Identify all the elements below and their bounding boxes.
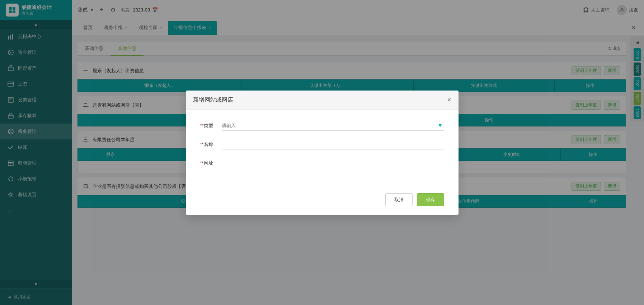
type-select-wrap: ▼ [222, 121, 444, 131]
type-input[interactable] [222, 121, 438, 130]
modal-header: 新增网站或网店 × [186, 91, 459, 110]
modal-body: **类型 ▼ **名称 **网址 [186, 110, 459, 188]
save-btn[interactable]: 保存 [417, 193, 444, 206]
cancel-btn[interactable]: 取消 [385, 193, 413, 206]
modal-close-btn[interactable]: × [447, 97, 451, 103]
modal-footer: 取消 保存 [186, 188, 459, 215]
label-type: **类型 [200, 123, 222, 129]
name-input[interactable] [222, 139, 444, 149]
form-group-name: **名称 [200, 139, 444, 149]
modal-add-website: 新增网站或网店 × **类型 ▼ **名称 [186, 91, 459, 215]
label-name: **名称 [200, 141, 222, 148]
form-group-url: **网址 [200, 158, 444, 168]
type-dropdown-icon[interactable]: ▼ [438, 123, 444, 128]
form-group-type: **类型 ▼ [200, 121, 444, 131]
label-url: **网址 [200, 160, 222, 166]
modal-overlay[interactable]: 新增网站或网店 × **类型 ▼ **名称 [0, 0, 644, 305]
modal-title: 新增网站或网店 [193, 96, 233, 104]
url-input[interactable] [222, 158, 444, 168]
